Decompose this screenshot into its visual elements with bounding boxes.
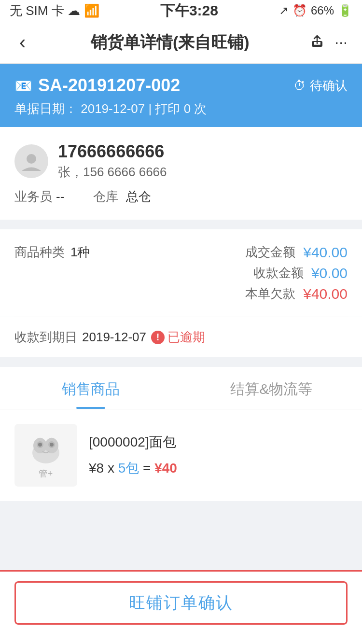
avatar — [14, 144, 48, 178]
order-header-row1: 📧 SA-20191207-002 ⏱ 待确认 — [14, 75, 348, 96]
status-left: 无 SIM 卡 ☁ 📶 — [10, 2, 99, 19]
tab-settlement[interactable]: 结算&物流等 — [181, 367, 362, 409]
confirm-button[interactable]: 旺铺订单确认 — [14, 581, 348, 625]
customer-row: 17666666666 张，156 6666 6666 — [14, 141, 348, 181]
order-date-row: 单据日期： 2019-12-07 | 打印 0 次 — [14, 100, 348, 117]
owed-label: 本单欠款 — [245, 285, 295, 302]
tabs-row: 销售商品 结算&物流等 — [0, 367, 362, 409]
order-status-text: 待确认 — [310, 77, 348, 94]
product-type-label: 商品种类 — [14, 244, 65, 261]
alarm-icon: ⏰ — [292, 4, 307, 17]
svg-point-7 — [38, 443, 42, 447]
order-id-text: SA-20191207-002 — [38, 75, 180, 96]
tabs-section: 销售商品 结算&物流等 — [0, 367, 362, 409]
salesman-label: 业务员 — [14, 188, 52, 205]
order-icon: 📧 — [14, 77, 32, 94]
wifi-icon: 📶 — [84, 3, 99, 18]
due-section: 收款到期日 2019-12-07 ! 已逾期 — [0, 317, 362, 357]
nav-actions: ··· — [309, 33, 348, 52]
overdue-icon: ! — [151, 331, 165, 344]
summary-left: 商品种类 1种 — [14, 244, 90, 261]
product-section: 管+ [0000002]面包 ¥8 x 5包 = ¥40 — [0, 409, 362, 501]
divider-1 — [0, 220, 362, 229]
print-unit: 次 — [194, 101, 207, 116]
summary-row: 商品种类 1种 成交金额 ¥40.00 收款金额 ¥0.00 本单欠款 ¥40.… — [14, 244, 348, 302]
equals-sign: = — [143, 461, 154, 476]
order-header: 📧 SA-20191207-002 ⏱ 待确认 单据日期： 2019-12-07… — [0, 64, 362, 127]
product-item: 管+ [0000002]面包 ¥8 x 5包 = ¥40 — [0, 409, 362, 501]
page-title: 销货单详情(来自旺铺) — [91, 31, 250, 54]
product-type-value: 1种 — [70, 244, 90, 261]
customer-section: 17666666666 张，156 6666 6666 业务员 -- 仓库 总仓 — [0, 127, 362, 220]
tab-settlement-label: 结算&物流等 — [230, 381, 312, 397]
tab-products[interactable]: 销售商品 — [0, 367, 181, 409]
multiply-sign: x — [108, 461, 118, 476]
product-thumb-inner: 管+ — [27, 431, 65, 479]
owed-value: ¥40.00 — [303, 286, 348, 302]
amount-label: 成交金额 — [245, 244, 295, 261]
print-label: 打印 — [155, 101, 180, 116]
customer-name: 张，156 6666 6666 — [58, 164, 348, 181]
qty-value: 5包 — [118, 461, 139, 476]
svg-point-8 — [50, 443, 54, 447]
status-right: ↗ ⏰ 66% 🔋 — [279, 4, 352, 17]
summary-section: 商品种类 1种 成交金额 ¥40.00 收款金额 ¥0.00 本单欠款 ¥40.… — [0, 229, 362, 317]
received-item: 收款金额 ¥0.00 — [253, 265, 348, 281]
clock-icon: ⏱ — [293, 78, 306, 93]
amount-value: ¥40.00 — [303, 244, 348, 261]
back-button[interactable]: ‹ — [14, 27, 30, 58]
tab-products-label: 销售商品 — [62, 381, 120, 397]
due-label: 收款到期日 — [14, 329, 77, 346]
more-button[interactable]: ··· — [334, 33, 348, 51]
print-count-value: 0 — [184, 101, 191, 116]
owed-item: 本单欠款 ¥40.00 — [245, 285, 348, 302]
bottom-bar: 旺铺订单确认 — [0, 570, 362, 644]
amount-item: 成交金额 ¥40.00 — [245, 244, 348, 261]
warehouse-item: 仓库 总仓 — [93, 188, 151, 205]
product-thumbnail: 管+ — [14, 424, 77, 487]
product-name: [0000002]面包 — [89, 433, 348, 451]
warehouse-value-text: 总仓 — [126, 188, 151, 205]
order-date-value: 2019-12-07 — [81, 101, 145, 116]
battery-label: 66% — [311, 4, 334, 17]
status-bar: 无 SIM 卡 ☁ 📶 下午3:28 ↗ ⏰ 66% 🔋 — [0, 0, 362, 21]
received-value: ¥0.00 — [311, 265, 348, 281]
due-date-value: 2019-12-07 — [82, 330, 146, 345]
warehouse-label: 仓库 — [93, 188, 118, 205]
product-price-row: ¥8 x 5包 = ¥40 — [89, 459, 348, 477]
divider-2 — [0, 357, 362, 367]
battery-icon: 🔋 — [338, 4, 352, 17]
total-price: ¥40 — [154, 461, 177, 476]
order-status: ⏱ 待确认 — [293, 77, 348, 94]
price-unit: ¥8 — [89, 461, 104, 476]
product-info: [0000002]面包 ¥8 x 5包 = ¥40 — [89, 433, 348, 477]
summary-right: 成交金额 ¥40.00 收款金额 ¥0.00 本单欠款 ¥40.00 — [245, 244, 348, 302]
customer-info: 17666666666 张，156 6666 6666 — [58, 141, 348, 181]
received-label: 收款金额 — [253, 265, 304, 281]
location-icon: ↗ — [279, 4, 289, 17]
order-id: 📧 SA-20191207-002 — [14, 75, 180, 96]
nav-bar: ‹ 销货单详情(来自旺铺) ··· — [0, 21, 362, 64]
share-button[interactable] — [309, 33, 325, 52]
no-sim-label: 无 SIM 卡 ☁ — [10, 2, 80, 19]
customer-phone: 17666666666 — [58, 141, 348, 162]
customer-meta: 业务员 -- 仓库 总仓 — [14, 188, 348, 205]
svg-point-1 — [27, 154, 36, 164]
salesman-value: -- — [56, 189, 64, 204]
status-time: 下午3:28 — [160, 1, 218, 21]
overdue-text: 已逾期 — [167, 329, 205, 346]
order-date-label: 单据日期： — [14, 101, 77, 116]
salesman-item: 业务员 -- — [14, 188, 64, 205]
overdue-badge: ! 已逾期 — [151, 329, 205, 346]
order-date-separator: | — [148, 101, 155, 116]
